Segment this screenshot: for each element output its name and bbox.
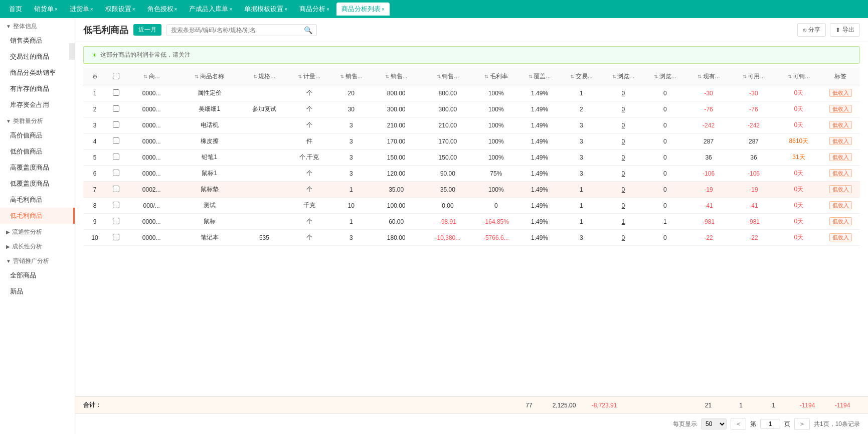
col-gross-rate[interactable]: 毛利率 bbox=[473, 68, 518, 85]
sidebar-item-new-goods[interactable]: 新品 bbox=[0, 283, 75, 300]
row-checkbox[interactable] bbox=[113, 154, 119, 160]
col-sales-qty[interactable]: 销售... bbox=[332, 68, 371, 85]
sidebar-item-all-goods[interactable]: 全部商品 bbox=[0, 267, 75, 283]
row-tag: 低收入 bbox=[821, 182, 860, 198]
page-number-input[interactable] bbox=[760, 419, 780, 429]
next-page-btn[interactable]: ＞ bbox=[794, 418, 810, 430]
row-browse1[interactable]: 0 bbox=[602, 198, 644, 214]
share-icon: ⎋ bbox=[803, 27, 806, 34]
col-gross-profit[interactable]: 销售... bbox=[422, 68, 474, 85]
search-input[interactable] bbox=[171, 27, 304, 34]
sidebar-item-stock-fund[interactable]: 库存资金占用 bbox=[0, 97, 75, 113]
row-unit: 个,千克 bbox=[287, 150, 332, 166]
sidebar-item-sales-goods[interactable]: 销售类商品 bbox=[0, 33, 75, 49]
row-checkbox[interactable] bbox=[113, 89, 119, 96]
col-trade[interactable]: 交易... bbox=[561, 68, 602, 85]
col-settings[interactable]: ⚙ bbox=[83, 68, 106, 85]
row-checkbox[interactable] bbox=[113, 186, 119, 192]
nav-roles[interactable]: 角色授权× bbox=[142, 3, 183, 16]
row-current-stock: -41 bbox=[686, 198, 731, 214]
row-checkbox[interactable] bbox=[113, 137, 119, 144]
row-check[interactable] bbox=[106, 198, 126, 214]
sidebar-item-stock-goods[interactable]: 有库存的商品 bbox=[0, 81, 75, 97]
row-browse1[interactable]: 0 bbox=[602, 230, 644, 246]
prev-page-btn[interactable]: ＜ bbox=[731, 418, 746, 430]
col-sales-amount[interactable]: 销售... bbox=[371, 68, 422, 85]
row-browse1[interactable]: 1 bbox=[602, 214, 644, 230]
row-check[interactable] bbox=[106, 85, 126, 101]
nav-product-analysis-list[interactable]: 商品分析列表× bbox=[336, 3, 390, 16]
share-button[interactable]: ⎋ 分享 bbox=[797, 23, 826, 37]
row-tag: 低收入 bbox=[821, 198, 860, 214]
sidebar-group-overall[interactable]: ▼ 整体信息 bbox=[0, 18, 75, 33]
page-size-select[interactable]: 50 100 200 bbox=[701, 418, 727, 429]
group-arrow-flow: ▶ bbox=[6, 229, 10, 235]
col-current-stock[interactable]: 现有... bbox=[686, 68, 731, 85]
export-button[interactable]: ⬆ 导出 bbox=[830, 23, 860, 37]
row-checkbox[interactable] bbox=[113, 105, 119, 112]
row-check[interactable] bbox=[106, 230, 126, 246]
search-icon[interactable]: 🔍 bbox=[304, 26, 312, 34]
col-code[interactable]: 商... bbox=[126, 68, 178, 85]
sidebar-group-marketing[interactable]: ▼ 营销推广分析 bbox=[0, 253, 75, 267]
col-coverage[interactable]: 覆盖... bbox=[518, 68, 560, 85]
row-check[interactable] bbox=[106, 117, 126, 133]
col-name[interactable]: 商品名称 bbox=[178, 68, 242, 85]
row-check[interactable] bbox=[106, 133, 126, 150]
sidebar-item-category-rate[interactable]: 商品分类助销率 bbox=[0, 65, 75, 81]
nav-permissions[interactable]: 权限设置× bbox=[100, 3, 140, 16]
sidebar-item-low-value[interactable]: 低价值商品 bbox=[0, 143, 75, 160]
nav-purchase[interactable]: 进货单× bbox=[65, 3, 98, 16]
col-browse2[interactable]: 浏览... bbox=[644, 68, 686, 85]
nav-product-analysis[interactable]: 商品分析× bbox=[294, 3, 334, 16]
nav-template[interactable]: 单据模板设置× bbox=[239, 3, 292, 16]
row-browse1[interactable]: 0 bbox=[602, 150, 644, 166]
sidebar-item-high-margin[interactable]: 高毛利商品 bbox=[0, 192, 75, 208]
sidebar-group-growth[interactable]: ▶ 成长性分析 bbox=[0, 238, 75, 253]
row-check[interactable] bbox=[106, 182, 126, 198]
row-check[interactable] bbox=[106, 166, 126, 182]
footer-sales-amount: 2,125.00 bbox=[544, 402, 584, 409]
row-trade: 3 bbox=[561, 230, 602, 246]
sidebar-collapse-btn[interactable]: 《 bbox=[69, 43, 75, 60]
row-checkbox[interactable] bbox=[113, 234, 119, 240]
row-coverage: 1.49% bbox=[518, 150, 560, 166]
row-browse1[interactable]: 0 bbox=[602, 85, 644, 101]
col-sellable[interactable]: 可销... bbox=[776, 68, 821, 85]
sidebar-item-high-value[interactable]: 高价值商品 bbox=[0, 127, 75, 143]
select-all-checkbox[interactable] bbox=[113, 73, 119, 79]
row-checkbox[interactable] bbox=[113, 218, 119, 224]
row-trade: 3 bbox=[561, 166, 602, 182]
col-spec[interactable]: 规格... bbox=[242, 68, 287, 85]
sidebar-item-high-coverage[interactable]: 高覆盖度商品 bbox=[0, 160, 75, 176]
row-checkbox[interactable] bbox=[113, 121, 119, 128]
sidebar-group-flow[interactable]: ▶ 流通性分析 bbox=[0, 224, 75, 238]
row-check[interactable] bbox=[106, 101, 126, 117]
row-check[interactable] bbox=[106, 150, 126, 166]
header-actions: ⎋ 分享 ⬆ 导出 bbox=[797, 23, 860, 37]
row-check[interactable] bbox=[106, 214, 126, 230]
sidebar-item-low-margin[interactable]: 低毛利商品 bbox=[0, 208, 75, 224]
row-sales-qty: 30 bbox=[332, 101, 371, 117]
sidebar-group-cluster[interactable]: ▼ 类群量分析 bbox=[0, 113, 75, 127]
sidebar-item-traded-goods[interactable]: 交易过的商品 bbox=[0, 49, 75, 65]
row-browse1[interactable]: 0 bbox=[602, 117, 644, 133]
sidebar-item-low-coverage[interactable]: 低覆盖度商品 bbox=[0, 176, 75, 192]
row-sellable: 31天 bbox=[776, 150, 821, 166]
row-gross-rate: 0 bbox=[473, 198, 518, 214]
row-checkbox[interactable] bbox=[113, 202, 119, 208]
nav-product-in[interactable]: 产成品入库单× bbox=[184, 3, 237, 16]
row-browse1[interactable]: 0 bbox=[602, 101, 644, 117]
row-browse1[interactable]: 0 bbox=[602, 182, 644, 198]
nav-sales[interactable]: 销货单× bbox=[29, 3, 63, 16]
row-browse1[interactable]: 0 bbox=[602, 166, 644, 182]
col-available[interactable]: 可用... bbox=[731, 68, 776, 85]
table-row: 9 0000... 鼠标 个 1 60.00 -98.91 -164.85% 1… bbox=[83, 214, 860, 230]
row-tag: 低收入 bbox=[821, 150, 860, 166]
nav-home[interactable]: 首页 bbox=[4, 3, 27, 16]
col-unit[interactable]: 计量... bbox=[287, 68, 332, 85]
period-button[interactable]: 近一月 bbox=[133, 24, 161, 36]
row-checkbox[interactable] bbox=[113, 170, 119, 176]
row-browse1[interactable]: 0 bbox=[602, 133, 644, 150]
col-browse1[interactable]: 浏览... bbox=[602, 68, 644, 85]
